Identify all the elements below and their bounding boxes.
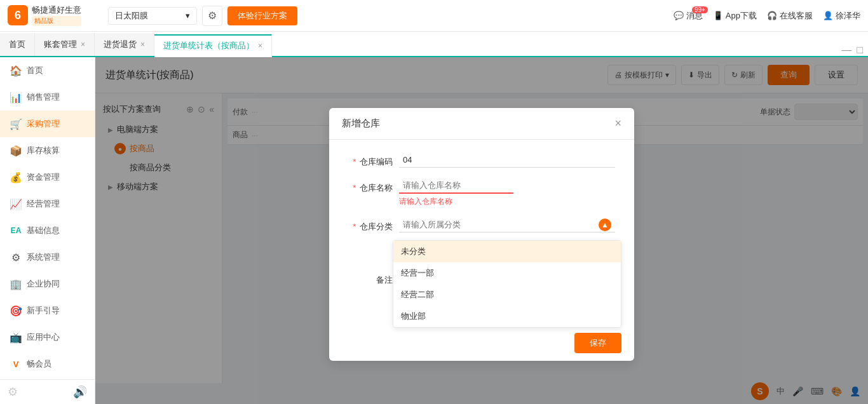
app-badge: 精品版 [32, 16, 81, 26]
app-center-icon: 📺 [10, 332, 22, 343]
code-row: * 仓库编码 [348, 152, 615, 168]
sidebar-item-home[interactable]: 🏠 首页 [0, 57, 95, 84]
main-layout: 🏠 首页 📊 销售管理 🛒 采购管理 📦 库存核算 💰 资金管理 📈 经营管理 … [0, 57, 868, 404]
sidebar-item-purchase[interactable]: 🛒 采购管理 [0, 111, 95, 137]
volume-icon[interactable]: 🔊 [73, 385, 87, 399]
logo-icon: 6 [8, 5, 28, 25]
sidebar-item-basic-info[interactable]: EA 基础信息 [0, 217, 95, 244]
tab-close-purchase-return[interactable]: × [140, 40, 145, 49]
message-icon: 💬 [674, 11, 684, 20]
member-icon: V [10, 358, 22, 370]
sidebar-item-operations[interactable]: 📈 经营管理 [0, 191, 95, 217]
ea-icon: EA [10, 225, 22, 236]
modal-title: 新增仓库 [342, 118, 380, 130]
sidebar-item-finance[interactable]: 💰 资金管理 [0, 164, 95, 191]
app-name: 畅捷通好生意 [32, 5, 81, 16]
sidebar: 🏠 首页 📊 销售管理 🛒 采购管理 📦 库存核算 💰 资金管理 📈 经营管理 … [0, 57, 95, 404]
user-profile[interactable]: 👤 徐泽华 [823, 10, 860, 22]
enterprise-icon: 🏢 [10, 278, 22, 290]
tab-purchase-return[interactable]: 进货退货 × [95, 33, 154, 56]
category-dropdown: 未分类 经营一部 经营二部 物业部 [393, 240, 621, 328]
dropdown-item-dept1[interactable]: 经营一部 [393, 262, 621, 284]
sidebar-item-app-center[interactable]: 📺 应用中心 [0, 324, 95, 351]
name-row: * 仓库名称 请输入仓库名称 [348, 178, 615, 207]
message-button[interactable]: 💬 消息 99+ [674, 10, 703, 22]
tab-maximize-icon[interactable]: □ [857, 44, 863, 56]
save-button[interactable]: 保存 [574, 333, 621, 353]
dropdown-item-uncategorized[interactable]: 未分类 [393, 241, 621, 262]
service-button[interactable]: 🎧 在线客服 [767, 10, 813, 22]
store-selector[interactable]: 日太阳膜 ▾ [108, 7, 197, 25]
tab-purchase-stats[interactable]: 进货单统计表（按商品） × [154, 34, 272, 57]
system-icon: ⚙ [10, 252, 22, 263]
sidebar-item-guide[interactable]: 🎯 新手引导 [0, 297, 95, 324]
content-area: 进货单统计(按商品) 🖨 按模板打印 ▾ ⬇ 导出 ↻ 刷新 查询 设置 [95, 57, 868, 404]
sidebar-item-enterprise[interactable]: 🏢 企业协同 [0, 271, 95, 297]
tab-bar: 首页 账套管理 × 进货退货 × 进货单统计表（按商品） × — □ [0, 32, 868, 57]
name-error-msg: 请输入仓库名称 [399, 197, 452, 206]
sidebar-item-system[interactable]: ⚙ 系统管理 [0, 244, 95, 271]
sales-icon: 📊 [10, 91, 22, 103]
home-icon: 🏠 [10, 65, 22, 76]
tab-close-account[interactable]: × [81, 40, 85, 49]
finance-icon: 💰 [10, 172, 22, 183]
headset-icon: 🎧 [767, 11, 777, 20]
download-icon: 📱 [713, 11, 723, 20]
top-header: 6 畅捷通好生意 精品版 日太阳膜 ▾ ⚙ 体验行业方案 💬 消息 99+ 📱 … [0, 0, 868, 32]
category-input[interactable] [399, 217, 615, 232]
message-badge: 99+ [692, 6, 708, 13]
tab-minimize-icon[interactable]: — [841, 44, 851, 56]
settings-bottom-icon[interactable]: ⚙ [8, 385, 18, 399]
name-input[interactable] [399, 178, 513, 194]
chevron-down-icon: ▾ [186, 11, 190, 20]
inventory-icon: 📦 [10, 145, 22, 156]
sidebar-item-inventory[interactable]: 📦 库存核算 [0, 137, 95, 164]
modal-close-button[interactable]: × [614, 117, 621, 130]
modal-overlay: 新增仓库 × * 仓库编码 [95, 57, 868, 404]
tab-account[interactable]: 账套管理 × [35, 33, 95, 56]
logo-area: 6 畅捷通好生意 精品版 [8, 5, 103, 26]
category-row: * 仓库分类 ▲ 未分类 经营一部 经营二部 物业部 [348, 217, 615, 232]
purchase-icon: 🛒 [10, 118, 22, 130]
tab-home[interactable]: 首页 [0, 33, 35, 56]
code-input[interactable] [399, 152, 615, 168]
dropdown-item-dept2[interactable]: 经营二部 [393, 284, 621, 306]
sidebar-item-member[interactable]: V 畅会员 [0, 351, 95, 377]
guide-icon: 🎯 [10, 305, 22, 316]
app-download-button[interactable]: 📱 App下载 [713, 10, 757, 22]
new-warehouse-modal: 新增仓库 × * 仓库编码 [329, 108, 634, 361]
category-dropdown-toggle[interactable]: ▲ [599, 219, 611, 231]
trial-button[interactable]: 体验行业方案 [227, 6, 297, 25]
settings-button[interactable]: ⚙ [202, 6, 222, 26]
operations-icon: 📈 [10, 198, 22, 210]
tab-close-purchase-stats[interactable]: × [258, 41, 262, 50]
user-icon: 👤 [823, 11, 833, 20]
sidebar-item-sales[interactable]: 📊 销售管理 [0, 84, 95, 111]
dropdown-item-dept3[interactable]: 物业部 [393, 306, 621, 327]
